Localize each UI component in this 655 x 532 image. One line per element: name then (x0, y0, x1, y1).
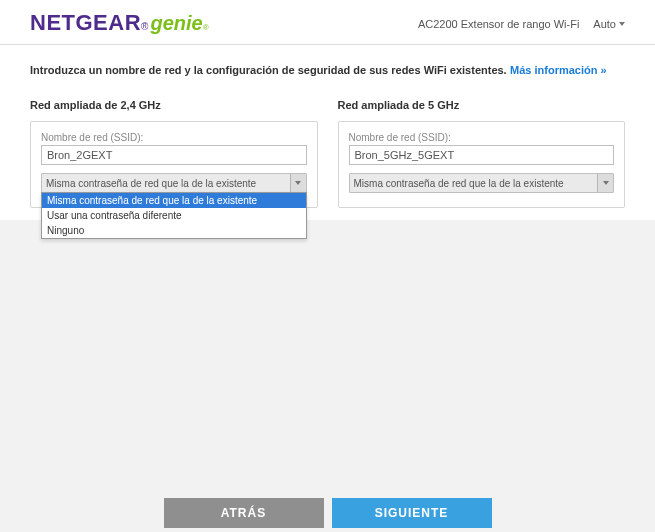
header-right: AC2200 Extensor de rango Wi-Fi Auto (418, 18, 625, 30)
box-5ghz: Nombre de red (SSID): Misma contraseña d… (338, 121, 626, 208)
instruction-row: Introduzca un nombre de red y la configu… (30, 63, 625, 77)
security-24-select-wrap: Misma contraseña de red que la de la exi… (41, 173, 307, 193)
more-info-link[interactable]: Más información » (510, 64, 607, 76)
security-24-value: Misma contraseña de red que la de la exi… (46, 178, 256, 189)
security-24-dropdown: Misma contraseña de red que la de la exi… (41, 192, 307, 239)
ssid-5-label: Nombre de red (SSID): (349, 132, 615, 143)
security-24-option[interactable]: Misma contraseña de red que la de la exi… (42, 193, 306, 208)
column-5ghz-title: Red ampliada de 5 GHz (338, 99, 626, 111)
device-model: AC2200 Extensor de rango Wi-Fi (418, 18, 579, 30)
ssid-5-input[interactable] (349, 145, 615, 165)
logo-genie: genie (150, 12, 202, 35)
chevron-down-icon (295, 181, 301, 185)
security-5-select-wrap: Misma contraseña de red que la de la exi… (349, 173, 615, 193)
dropdown-arrow-icon (290, 174, 306, 192)
registered-icon: ® (203, 23, 209, 32)
registered-icon: ® (141, 21, 148, 32)
column-24ghz: Red ampliada de 2,4 GHz Nombre de red (S… (30, 99, 318, 208)
lower-background (0, 220, 655, 532)
content: Introduzca un nombre de red y la configu… (0, 45, 655, 208)
bottom-bar: ATRÁS SIGUIENTE (0, 498, 655, 532)
next-button[interactable]: SIGUIENTE (332, 498, 492, 528)
column-24ghz-title: Red ampliada de 2,4 GHz (30, 99, 318, 111)
ssid-24-label: Nombre de red (SSID): (41, 132, 307, 143)
security-24-option[interactable]: Ninguno (42, 223, 306, 238)
security-5-value: Misma contraseña de red que la de la exi… (354, 178, 564, 189)
columns: Red ampliada de 2,4 GHz Nombre de red (S… (30, 99, 625, 208)
box-24ghz: Nombre de red (SSID): Misma contraseña d… (30, 121, 318, 208)
security-5-select[interactable]: Misma contraseña de red que la de la exi… (349, 173, 615, 193)
column-5ghz: Red ampliada de 5 GHz Nombre de red (SSI… (338, 99, 626, 208)
chevron-down-icon (603, 181, 609, 185)
back-button[interactable]: ATRÁS (164, 498, 324, 528)
security-24-select[interactable]: Misma contraseña de red que la de la exi… (41, 173, 307, 193)
security-24-option[interactable]: Usar una contraseña diferente (42, 208, 306, 223)
language-label: Auto (593, 18, 616, 30)
logo-netgear: NETGEAR (30, 10, 141, 36)
dropdown-arrow-icon (597, 174, 613, 192)
logo: NETGEAR® genie® (30, 10, 209, 36)
instruction-text: Introduzca un nombre de red y la configu… (30, 64, 507, 76)
ssid-24-input[interactable] (41, 145, 307, 165)
chevron-down-icon (619, 22, 625, 26)
language-selector[interactable]: Auto (593, 18, 625, 30)
header: NETGEAR® genie® AC2200 Extensor de rango… (0, 0, 655, 44)
